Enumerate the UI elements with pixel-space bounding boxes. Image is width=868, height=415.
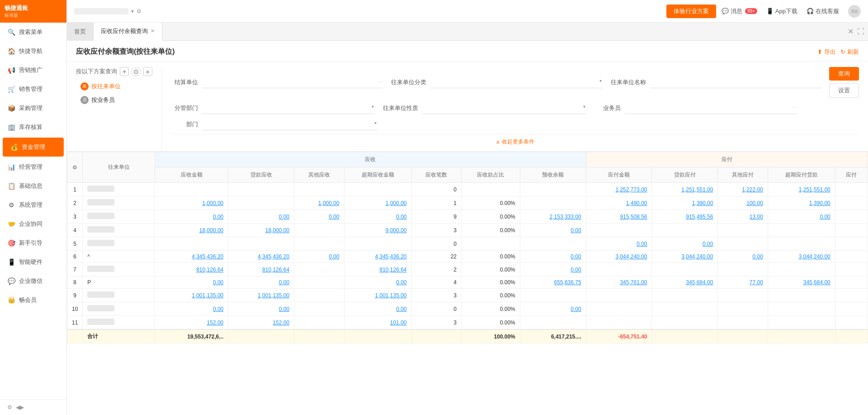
query-button[interactable]: 查询 <box>829 67 859 81</box>
cell-link[interactable]: 101.00 <box>390 320 407 326</box>
sidebar-item-wechat[interactable]: 💬 企业微信 <box>0 272 66 291</box>
cell-link[interactable]: 1,251,551.00 <box>799 186 830 193</box>
sidebar-item-search[interactable]: 🔍 搜索菜单 <box>0 23 66 42</box>
cell-link[interactable]: 18,000.00 <box>265 227 289 234</box>
cell-link[interactable]: 0.00 <box>213 214 223 220</box>
cell-link[interactable]: 810,126.64 <box>262 267 289 273</box>
cell-link[interactable]: 152.00 <box>207 320 224 326</box>
department-input[interactable]: ▾ <box>202 102 375 114</box>
cell-link[interactable]: 915,495.56 <box>686 214 713 220</box>
table-config-icon[interactable]: ⚙ <box>72 164 77 171</box>
cell-link[interactable]: 0.00 <box>213 279 223 286</box>
sidebar-item-nav[interactable]: 🏠 快捷导航 <box>0 42 66 61</box>
scheme-settings-btn[interactable]: ⊙ <box>132 67 141 76</box>
sidebar-item-basic-info[interactable]: 📋 基础信息 <box>0 176 66 196</box>
cell-link[interactable]: 0.00 <box>571 227 581 234</box>
cell-link[interactable]: 0.00 <box>279 279 289 286</box>
cell-link[interactable]: 1,001,135.00 <box>375 292 406 299</box>
close-window-icon[interactable]: ✕ <box>848 27 854 36</box>
cell-link[interactable]: 4,345,436.20 <box>192 253 223 260</box>
cell-link[interactable]: 1,000.00 <box>318 200 340 206</box>
cell-link[interactable]: 9,000.00 <box>386 227 407 234</box>
cell-link[interactable]: 345,684.00 <box>803 279 830 286</box>
online-service-action[interactable]: 🎧 在线客服 <box>807 7 839 15</box>
sidebar-item-cooperation[interactable]: 🤝 企业协同 <box>0 215 66 234</box>
cell-link[interactable]: 0.00 <box>396 279 406 286</box>
collapse-btn[interactable]: ∧ 收起更多条件 <box>171 134 859 146</box>
cell-link[interactable]: 4,345,436.20 <box>375 253 406 260</box>
cell-link[interactable]: 0.00 <box>396 214 406 220</box>
cell-link[interactable]: 0.00 <box>571 267 581 273</box>
sidebar-bottom[interactable]: ⚙ ◀▶ <box>0 399 66 415</box>
cell-link[interactable]: 0.00 <box>571 253 581 260</box>
cell-link[interactable]: 0.00 <box>279 214 289 220</box>
cell-link[interactable]: 152.00 <box>273 320 289 326</box>
cell-link[interactable]: 345,761.00 <box>620 279 647 286</box>
tab-home[interactable]: 首页 <box>67 23 94 41</box>
cell-link[interactable]: 1,390.00 <box>692 200 713 206</box>
cell-link[interactable]: 0.00 <box>213 306 223 312</box>
cell-link[interactable]: 3,044,240.00 <box>681 253 713 260</box>
cell-link[interactable]: 0.00 <box>329 253 339 260</box>
cell-link[interactable]: 810,126.64 <box>196 267 223 273</box>
settlement-unit-input[interactable]: ··· <box>202 76 383 88</box>
sidebar-item-inventory[interactable]: 🏢 库存核算 <box>0 118 66 137</box>
cell-link[interactable]: 0.00 <box>752 253 763 260</box>
cell-link[interactable]: 0.00 <box>329 214 339 220</box>
sidebar-item-system[interactable]: ⚙ 系统管理 <box>0 196 66 215</box>
cell-link[interactable]: 4,345,436.20 <box>258 253 289 260</box>
cell-link[interactable]: 0.00 <box>396 306 406 312</box>
partner-nature-input[interactable]: ▾ <box>422 102 586 114</box>
cell-link[interactable]: 3,044,240.00 <box>615 253 647 260</box>
export-btn[interactable]: ⬆ 导出 <box>817 48 836 56</box>
scheme-btn[interactable]: 体验行业方案 <box>666 5 716 18</box>
avatar[interactable]: Rit <box>848 5 861 18</box>
settings-button[interactable]: 设置 <box>829 83 859 98</box>
dept-input[interactable]: ▾ <box>202 119 377 130</box>
cell-link[interactable]: 0.00 <box>703 241 713 247</box>
cell-link[interactable]: 2,153,333.00 <box>550 214 581 220</box>
refresh-btn[interactable]: ↻ 刷新 <box>840 48 859 56</box>
sidebar-item-sales[interactable]: 🛒 销售管理 <box>0 80 66 99</box>
cell-link[interactable]: 77.00 <box>750 279 763 286</box>
cell-link[interactable]: 1,490.00 <box>626 200 647 206</box>
sidebar-item-member[interactable]: 👑 畅会员 <box>0 291 66 310</box>
cell-link[interactable]: 0.00 <box>820 214 830 220</box>
cell-link[interactable]: 1,222.00 <box>742 186 763 193</box>
sidebar-item-finance[interactable]: 💰 资金管理 <box>3 138 64 157</box>
cell-link[interactable]: 0.00 <box>571 306 581 312</box>
cell-link[interactable]: 655,636.75 <box>554 279 581 286</box>
cell-link[interactable]: 1,001,135.00 <box>258 292 289 299</box>
maximize-icon[interactable]: ⛶ <box>857 28 864 36</box>
tab-query[interactable]: 应收应付余额查询 ✕ <box>94 23 162 41</box>
cell-link[interactable]: 0.00 <box>279 306 289 312</box>
cell-link[interactable]: 1,251,551.00 <box>681 186 713 193</box>
cell-link[interactable]: 1,000.00 <box>386 200 407 206</box>
cell-link[interactable]: 915,508.56 <box>620 214 647 220</box>
sidebar-item-management[interactable]: 📊 经营管理 <box>0 157 66 176</box>
scheme-more-btn[interactable]: « <box>143 67 152 76</box>
tab-close-icon[interactable]: ✕ <box>151 28 155 34</box>
salesman-input[interactable]: ··· <box>624 102 797 114</box>
cell-link[interactable]: 1,000.00 <box>203 200 224 206</box>
sidebar-item-marketing[interactable]: 📢 营销推广 <box>0 61 66 80</box>
gear-icon[interactable]: ⚙ <box>137 8 142 14</box>
message-action[interactable]: 💬 消息 99+ <box>722 7 757 15</box>
app-download-action[interactable]: 📱 App下载 <box>766 7 797 15</box>
cell-link[interactable]: 13.00 <box>750 214 763 220</box>
cell-link[interactable]: 100.00 <box>746 200 763 206</box>
cell-link[interactable]: 18,000.00 <box>199 227 223 234</box>
cell-link[interactable]: 1,390.00 <box>809 200 830 206</box>
cell-link[interactable]: 0.00 <box>637 241 647 247</box>
cell-link[interactable]: 1,252,773.00 <box>615 186 647 193</box>
add-scheme-btn[interactable]: + <box>120 67 129 76</box>
cell-link[interactable]: 1,001,135.00 <box>192 292 223 299</box>
partner-name-input[interactable] <box>650 76 822 88</box>
sidebar-item-hardware[interactable]: 📱 智能硬件 <box>0 253 66 272</box>
sidebar-item-purchase[interactable]: 📦 采购管理 <box>0 99 66 118</box>
cell-link[interactable]: 345,684.00 <box>686 279 713 286</box>
scheme-by-salesman[interactable]: 员 按业务员 <box>76 93 157 107</box>
scheme-by-partner[interactable]: 单 按往来单位 <box>76 80 157 93</box>
cell-link[interactable]: 3,044,240.00 <box>799 253 830 260</box>
sidebar-item-guide[interactable]: 🎯 新手引导 <box>0 234 66 253</box>
